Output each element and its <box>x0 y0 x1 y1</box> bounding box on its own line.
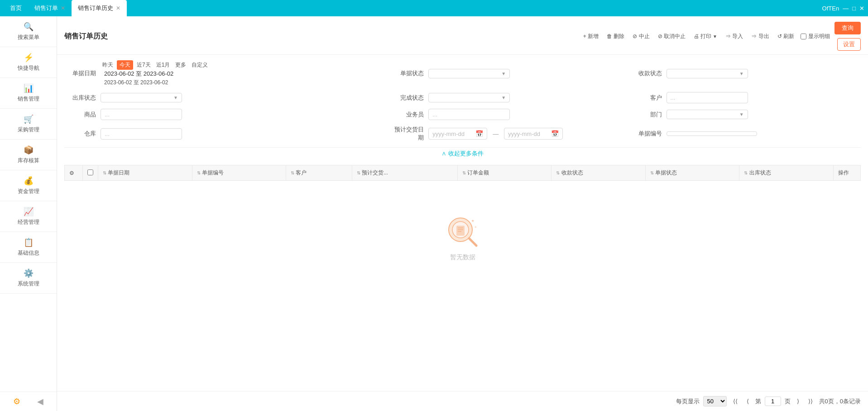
page-number-input[interactable] <box>765 396 781 406</box>
settings-bottom-icon[interactable]: ⚙ <box>13 396 20 406</box>
tab-sales-order-close[interactable]: ✕ <box>61 5 65 11</box>
customer-input[interactable]: ... <box>667 92 748 103</box>
sidebar-item-basic-info[interactable]: 📋 基础信息 <box>0 232 57 263</box>
sidebar-item-search-menu[interactable]: 🔍 搜索菜单 <box>0 16 57 47</box>
import-btn[interactable]: ⇒ 导入 <box>724 33 745 40</box>
complete-status-arrow: ▼ <box>501 95 506 100</box>
expected-date-from[interactable]: yyyy-mm-dd 📅 <box>428 128 487 140</box>
system-icon: ⚙️ <box>24 268 34 278</box>
delete-btn[interactable]: 🗑 删除 <box>605 33 626 40</box>
per-page-select[interactable]: 50 10 20 100 <box>703 396 727 406</box>
goods-input[interactable]: ... <box>101 109 182 120</box>
settings-btn[interactable]: 设置 <box>837 38 861 51</box>
operations-icon: 📈 <box>24 207 34 217</box>
goods-control: ... <box>101 109 392 120</box>
tab-sales-history-close[interactable]: ✕ <box>116 5 120 11</box>
goods-label: 商品 <box>64 111 101 119</box>
complete-status-label: 完成状态 <box>392 94 428 102</box>
tab-sales-order-label: 销售订单 <box>34 4 58 12</box>
close-btn[interactable]: ✕ <box>859 5 864 12</box>
tab-sales-history[interactable]: 销售订单历史 ✕ <box>72 0 127 16</box>
complete-status-select[interactable]: ▼ <box>428 93 510 102</box>
often-label: OfTEn <box>822 5 839 12</box>
shortcut-yesterday[interactable]: 昨天 <box>101 60 115 70</box>
department-label: 部门 <box>630 111 667 119</box>
sidebar-item-system[interactable]: ⚙️ 系统管理 <box>0 263 57 294</box>
warehouse-input[interactable]: ... <box>101 128 182 140</box>
shortcut-7days[interactable]: 近7天 <box>135 60 153 70</box>
export-btn[interactable]: ⇒ 导出 <box>749 33 771 40</box>
warehouse-control: ... <box>101 128 392 140</box>
sidebar-item-label: 快捷导航 <box>18 64 39 72</box>
customer-placeholder: ... <box>671 94 676 101</box>
table-header: ⚙ ⇅ 单据日期 ⇅ 单据编号 ⇅ 客户 ⇅ 预计交货... ⇅ 订单金额 ⇅ … <box>65 165 861 181</box>
th-settings[interactable]: ⚙ <box>65 165 83 181</box>
sidebar-item-quick-nav[interactable]: ⚡ 快捷导航 <box>0 47 57 78</box>
sidebar: 🔍 搜索菜单 ⚡ 快捷导航 📊 销售管理 🛒 采购管理 📦 库存核算 💰 资金管… <box>0 16 57 411</box>
tab-home-label: 首页 <box>10 4 22 12</box>
search-menu-icon: 🔍 <box>24 22 34 32</box>
sidebar-item-finance[interactable]: 💰 资金管理 <box>0 170 57 201</box>
display-details-checkbox[interactable] <box>801 34 806 39</box>
table-area: ⚙ ⇅ 单据日期 ⇅ 单据编号 ⇅ 客户 ⇅ 预计交货... ⇅ 订单金额 ⇅ … <box>57 165 868 391</box>
date-label: 单据日期 <box>64 69 101 77</box>
date-separator: — <box>493 131 499 137</box>
tab-sales-history-label: 销售订单历史 <box>78 4 113 12</box>
svg-text:✦: ✦ <box>471 218 475 223</box>
main-layout: 🔍 搜索菜单 ⚡ 快捷导航 📊 销售管理 🛒 采购管理 📦 库存核算 💰 资金管… <box>0 16 868 411</box>
print-btn[interactable]: 🖨 打印 ▼ <box>692 33 719 40</box>
shortcut-1month[interactable]: 近1月 <box>154 60 172 70</box>
order-status-select[interactable]: ▼ <box>428 69 510 78</box>
new-btn[interactable]: + 新增 <box>581 33 600 40</box>
print-arrow-icon: ▼ <box>713 34 717 39</box>
purchase-icon: 🛒 <box>24 114 34 124</box>
maximize-btn[interactable]: □ <box>852 5 856 12</box>
cancel-stop-btn[interactable]: ⊘ 取消中止 <box>656 33 687 40</box>
date-control: 昨天 今天 近7天 近1月 更多 自定义 2023-06-02 至 2023-0… <box>101 60 392 87</box>
basic-info-icon: 📋 <box>24 237 34 247</box>
refresh-btn[interactable]: ↺ 刷新 <box>776 33 796 40</box>
shortcut-more[interactable]: 更多 <box>173 60 188 70</box>
collapse-label: ∧ 收起更多条件 <box>441 150 484 157</box>
stop-btn[interactable]: ⊘ 中止 <box>631 33 651 40</box>
sidebar-item-inventory[interactable]: 📦 库存核算 <box>0 140 57 170</box>
query-btn[interactable]: 查询 <box>834 22 861 34</box>
salesman-input[interactable]: ... <box>428 109 510 120</box>
sidebar-item-purchase[interactable]: 🛒 采购管理 <box>0 109 57 140</box>
calendar-icon-to: 📅 <box>551 130 559 137</box>
payment-status-select[interactable]: ▼ <box>667 69 748 78</box>
tab-home[interactable]: 首页 <box>4 0 28 16</box>
tab-sales-order[interactable]: 销售订单 ✕ <box>28 0 72 16</box>
date-from-placeholder: yyyy-mm-dd <box>432 131 465 137</box>
prev-page-btn[interactable]: ⟨ <box>744 397 752 406</box>
th-payment-status: ⇅ 收款状态 <box>551 165 646 181</box>
shortcut-today[interactable]: 今天 <box>117 60 133 70</box>
shortcut-custom[interactable]: 自定义 <box>190 60 210 70</box>
next-page-btn[interactable]: ⟩ <box>794 397 802 406</box>
display-details-label: 显示明细 <box>801 33 830 40</box>
select-all-checkbox[interactable] <box>87 169 93 175</box>
customer-label: 客户 <box>630 94 667 102</box>
collapse-bar[interactable]: ∧ 收起更多条件 <box>64 147 861 160</box>
th-check[interactable] <box>83 165 98 181</box>
last-page-btn[interactable]: ⟩⟩ <box>806 397 815 406</box>
delivery-status-arrow: ▼ <box>173 95 178 100</box>
delivery-status-select[interactable]: ▼ <box>101 93 182 102</box>
order-number-label: 单据编号 <box>630 130 667 138</box>
sales-icon: 📊 <box>24 83 34 93</box>
minimize-btn[interactable]: — <box>843 5 849 12</box>
collapse-sidebar-icon[interactable]: ◀ <box>37 396 43 406</box>
empty-illustration: ✦ ✦ <box>436 208 490 253</box>
sidebar-item-label: 基础信息 <box>18 249 39 257</box>
date-range-value: 2023-06-02 至 2023-06-02 <box>104 70 173 78</box>
department-select[interactable]: ▼ <box>667 110 748 119</box>
order-number-input[interactable] <box>667 131 757 136</box>
sidebar-item-operations[interactable]: 📈 经营管理 <box>0 201 57 232</box>
sort-icon: ⇅ <box>556 170 560 175</box>
salesman-placeholder: ... <box>432 111 437 118</box>
first-page-btn[interactable]: ⟨⟨ <box>730 397 740 406</box>
payment-status-control: ▼ <box>667 69 861 78</box>
expected-date-to[interactable]: yyyy-mm-dd 📅 <box>504 128 563 140</box>
content-area: 销售订单历史 + 新增 🗑 删除 ⊘ 中止 ⊘ 取消中止 🖨 打印 ▼ ⇒ 导入… <box>57 16 868 411</box>
sidebar-item-sales[interactable]: 📊 销售管理 <box>0 78 57 109</box>
